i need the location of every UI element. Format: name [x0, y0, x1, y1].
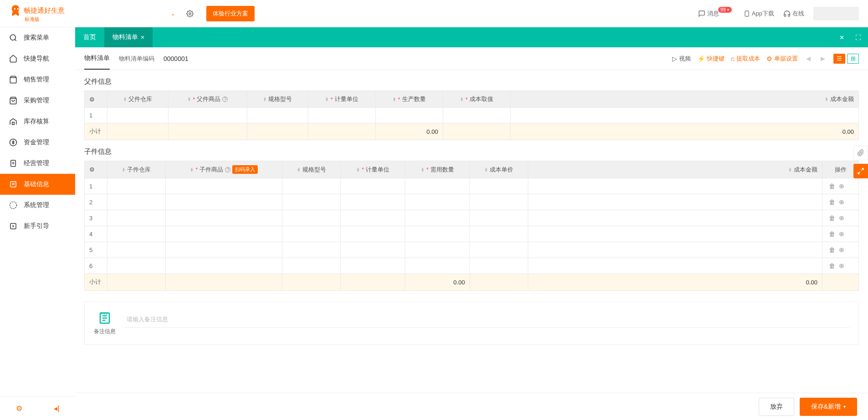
parent-section-title: 父件信息 — [84, 77, 859, 86]
sort-icon: ▲▼ — [297, 167, 301, 172]
sidebar-item-label: 销售管理 — [24, 76, 49, 84]
delete-row-button[interactable]: 🗑 — [829, 198, 835, 206]
discard-button[interactable]: 放弃 — [759, 398, 794, 416]
gear-icon — [186, 10, 194, 17]
next-arrow-button[interactable]: ▶ — [819, 55, 827, 62]
fullscreen-button[interactable] — [853, 164, 868, 178]
parent-col-gear[interactable]: ⚙ — [85, 91, 107, 108]
sidebar-item-search[interactable]: 搜索菜单 — [0, 27, 75, 48]
parent-col-spec[interactable]: ▲▼规格型号 — [247, 91, 308, 108]
child-subtotal-row: 小计 0.00 0.00 — [85, 274, 859, 291]
sidebar-item-inventory[interactable]: 库存核算 — [0, 111, 75, 132]
user-avatar-area[interactable] — [813, 7, 859, 20]
messages-button[interactable]: 消息 99 + — [698, 10, 735, 18]
online-service-button[interactable]: 在线 — [783, 10, 804, 18]
bill-settings-link[interactable]: ⚙单据设置 — [766, 55, 798, 63]
delete-row-button[interactable]: 🗑 — [829, 214, 835, 222]
sidebar-item-quicknav[interactable]: 快捷导航 — [0, 48, 75, 69]
parent-col-costamt[interactable]: ▲▼成本金额 — [511, 91, 859, 108]
parent-col-unit[interactable]: ▲▼*计量单位 — [308, 91, 375, 108]
child-col-spec[interactable]: ▲▼规格型号 — [282, 161, 341, 178]
sidebar-footer: ⚙ ◂ǀ — [0, 396, 75, 420]
add-row-button[interactable]: ⊕ — [839, 182, 844, 190]
parent-col-costsrc[interactable]: ▲▼*成本取值 — [443, 91, 510, 108]
sidebar-item-basicinfo[interactable]: 基础信息 — [0, 174, 75, 195]
guide-icon — [9, 222, 17, 230]
view-grid-button[interactable]: ⊞ — [847, 54, 859, 64]
sidebar-item-label: 系统管理 — [24, 201, 49, 209]
close-icon[interactable]: × — [141, 34, 144, 41]
view-list-button[interactable]: ☰ — [833, 54, 845, 64]
scan-badge[interactable]: 扫码录入 — [232, 165, 258, 174]
child-amt-total: 0.00 — [528, 274, 822, 291]
prev-arrow-button[interactable]: ◀ — [804, 55, 812, 62]
view-toggle: ☰ ⊞ — [833, 54, 859, 64]
sidebar-settings-button[interactable]: ⚙ — [16, 404, 22, 413]
parent-amt-total: 0.00 — [511, 123, 859, 140]
shortcut-link[interactable]: ⚡快捷键 — [697, 55, 725, 63]
logo-area: 畅捷通好生意 标准版 — [9, 4, 75, 23]
child-col-needqty[interactable]: ▲▼*需用数量 — [405, 161, 470, 178]
sidebar-collapse-button[interactable]: ◂ǀ — [54, 404, 60, 413]
remark-input[interactable] — [125, 311, 849, 328]
svg-rect-7 — [12, 122, 15, 125]
attachment-button[interactable] — [853, 146, 868, 160]
child-col-costamt[interactable]: ▲▼成本金额 — [528, 161, 822, 178]
sidebar-item-sales[interactable]: 销售管理 — [0, 69, 75, 90]
add-row-button[interactable]: ⊕ — [839, 214, 844, 222]
child-row[interactable]: 4🗑⊕ — [85, 226, 859, 242]
code-label: 物料清单编码 — [119, 55, 154, 63]
delete-row-button[interactable]: 🗑 — [829, 182, 835, 190]
parent-col-product[interactable]: ▲▼*父件商品? — [168, 91, 247, 108]
extract-icon: ⎌ — [731, 55, 735, 62]
add-row-button[interactable]: ⊕ — [839, 198, 844, 206]
child-col-unit[interactable]: ▲▼*计量单位 — [341, 161, 405, 178]
org-dropdown[interactable]: ⌄ — [89, 6, 180, 21]
save-new-button[interactable]: 保存&新增 ▾ — [800, 398, 857, 416]
sidebar: 搜索菜单 快捷导航 销售管理 采购管理 库存核算 资金管理 经营管理 基础信息 — [0, 27, 75, 420]
tab-home[interactable]: 首页 — [75, 27, 104, 47]
add-row-button[interactable]: ⊕ — [839, 262, 844, 269]
child-row[interactable]: 6🗑⊕ — [85, 258, 859, 274]
delete-row-button[interactable]: 🗑 — [829, 246, 835, 253]
remark-label: 备注信息 — [94, 328, 116, 335]
sort-icon: ▲▼ — [325, 97, 329, 101]
sidebar-item-business[interactable]: 经营管理 — [0, 153, 75, 174]
sidebar-item-funds[interactable]: 资金管理 — [0, 132, 75, 153]
app-download-button[interactable]: App下载 — [744, 10, 774, 18]
tabbar-close-button[interactable]: ✕ — [835, 31, 848, 44]
child-col-product[interactable]: ▲▼*子件商品?扫码录入 — [166, 161, 282, 178]
child-col-warehouse[interactable]: ▲▼子件仓库 — [107, 161, 166, 178]
child-row[interactable]: 2🗑⊕ — [85, 194, 859, 210]
tab-bom[interactable]: 物料清单 × — [104, 27, 153, 47]
child-col-gear[interactable]: ⚙ — [85, 161, 107, 178]
sidebar-item-guide[interactable]: 新手引导 — [0, 216, 75, 237]
delete-row-button[interactable]: 🗑 — [829, 230, 835, 238]
sidebar-item-purchase[interactable]: 采购管理 — [0, 90, 75, 111]
help-icon[interactable]: ? — [222, 96, 228, 102]
child-row[interactable]: 3🗑⊕ — [85, 210, 859, 226]
add-row-button[interactable]: ⊕ — [839, 246, 844, 253]
sidebar-item-label: 采购管理 — [24, 96, 49, 105]
extract-cost-link[interactable]: ⎌提取成本 — [731, 55, 760, 63]
logo-subtitle: 标准版 — [25, 16, 75, 23]
parent-col-warehouse[interactable]: ▲▼父件仓库 — [107, 91, 168, 108]
bag-icon — [9, 96, 17, 105]
org-settings-button[interactable] — [184, 7, 196, 20]
money-icon — [9, 138, 17, 147]
parent-col-qty[interactable]: ▲▼*生产数量 — [375, 91, 443, 108]
add-row-button[interactable]: ⊕ — [839, 230, 844, 238]
child-col-unitcost[interactable]: ▲▼成本单价 — [470, 161, 528, 178]
delete-row-button[interactable]: 🗑 — [829, 262, 835, 269]
parent-row[interactable]: 1 — [85, 108, 859, 123]
note-icon — [98, 311, 112, 325]
sidebar-item-system[interactable]: 系统管理 — [0, 195, 75, 216]
experience-plan-button[interactable]: 体验行业方案 — [206, 6, 255, 21]
app-download-label: App下载 — [752, 10, 774, 18]
help-icon[interactable]: ? — [225, 167, 230, 172]
tabbar-expand-button[interactable]: ⛶ — [852, 31, 864, 44]
child-row[interactable]: 5🗑⊕ — [85, 242, 859, 258]
toolbar-tab[interactable]: 物料清单 — [84, 48, 110, 70]
child-row[interactable]: 1🗑⊕ — [85, 178, 859, 194]
video-link[interactable]: ▷视频 — [672, 55, 691, 63]
